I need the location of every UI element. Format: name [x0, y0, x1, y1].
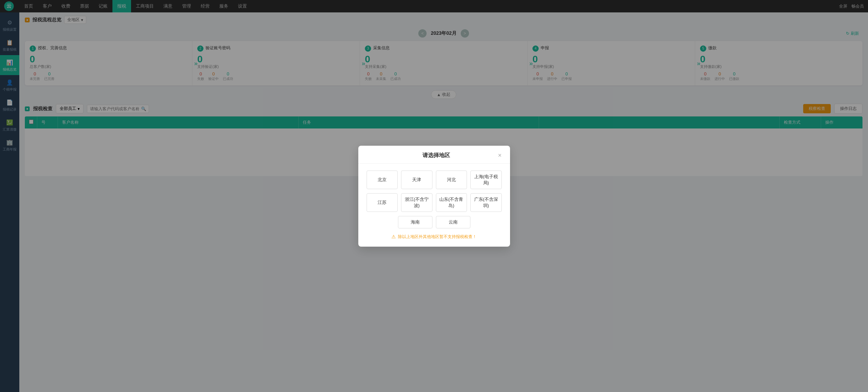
- region-zhejiang[interactable]: 浙江(不含宁波): [401, 193, 432, 212]
- region-hebei[interactable]: 河北: [436, 171, 467, 189]
- dialog-warning: ⚠ 除以上地区外其他地区暂不支持报税检查！: [367, 234, 502, 243]
- region-shandong[interactable]: 山东(不含青岛): [436, 193, 467, 212]
- region-beijing[interactable]: 北京: [367, 171, 398, 189]
- dialog-title: 请选择地区: [375, 152, 498, 159]
- dialog-overlay: 请选择地区 × 北京 天津 河北 上海(电子税局) 江苏 浙江(不含宁波) 山东…: [0, 0, 868, 392]
- dialog-body: 北京 天津 河北 上海(电子税局) 江苏 浙江(不含宁波) 山东(不含青岛) 广…: [358, 164, 510, 247]
- region-row-3: 海南 云南: [367, 216, 502, 228]
- region-tianjin[interactable]: 天津: [401, 171, 432, 189]
- dialog-close-button[interactable]: ×: [498, 152, 502, 158]
- warning-icon: ⚠: [391, 234, 396, 239]
- region-yunnan[interactable]: 云南: [436, 216, 470, 228]
- warning-text: 除以上地区外其他地区暂不支持报税检查！: [398, 234, 477, 240]
- dialog-header: 请选择地区 ×: [358, 146, 510, 164]
- region-select-dialog: 请选择地区 × 北京 天津 河北 上海(电子税局) 江苏 浙江(不含宁波) 山东…: [358, 146, 510, 247]
- region-row-1: 北京 天津 河北 上海(电子税局): [367, 171, 502, 189]
- region-shanghai[interactable]: 上海(电子税局): [470, 171, 502, 189]
- region-guangdong[interactable]: 广东(不含深圳): [470, 193, 502, 212]
- region-jiangsu[interactable]: 江苏: [367, 193, 398, 212]
- region-hainan[interactable]: 海南: [398, 216, 432, 228]
- region-row-2: 江苏 浙江(不含宁波) 山东(不含青岛) 广东(不含深圳): [367, 193, 502, 212]
